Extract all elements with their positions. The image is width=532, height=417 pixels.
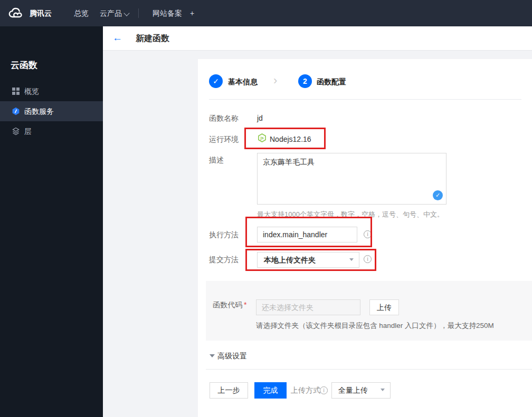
step1-check-icon: ✓: [209, 74, 223, 88]
description-label: 描述: [209, 156, 224, 165]
handler-input[interactable]: [257, 227, 357, 243]
folder-path-input: [256, 299, 360, 315]
sidebar-item-overview[interactable]: 概览: [0, 81, 103, 101]
add-nav-shortcut-button[interactable]: +: [190, 0, 194, 26]
back-arrow-icon[interactable]: ←: [112, 26, 122, 51]
tencent-cloud-console: 腾讯云 总览 云产品 网站备案 + 云函数 概览 函数服务: [0, 0, 532, 417]
handler-info-icon[interactable]: [364, 230, 372, 238]
divider: [209, 99, 521, 100]
form-card: [198, 59, 532, 417]
sidebar-item-label: 层: [24, 121, 32, 141]
function-name-value: jd: [257, 114, 263, 122]
divider: [206, 369, 532, 370]
upload-mode-select[interactable]: 全量上传: [331, 382, 391, 399]
nav-item-cloud-products[interactable]: 云产品: [100, 0, 122, 26]
topbar: 腾讯云 总览 云产品 网站备案 +: [0, 0, 532, 26]
function-code-panel: [206, 281, 532, 341]
sidebar-item-label: 概览: [24, 81, 39, 101]
finish-button[interactable]: 完成: [254, 382, 287, 399]
valid-check-icon: ✓: [433, 190, 443, 200]
upload-mode-value: 全量上传: [338, 383, 368, 398]
nav-item-beian[interactable]: 网站备案: [153, 0, 182, 26]
step1-label: 基本信息: [228, 77, 258, 87]
upload-button[interactable]: 上传: [369, 299, 399, 315]
previous-step-button[interactable]: 上一步: [210, 382, 248, 399]
nav-item-overview[interactable]: 总览: [74, 0, 89, 26]
svg-text:js: js: [260, 135, 263, 140]
description-hint: 最大支持1000个英文字母，数字，空格，逗号、句号、中文。: [257, 210, 444, 219]
function-code-label: 函数代码*: [213, 300, 246, 310]
sidebar-title: 云函数: [11, 59, 37, 71]
layers-icon: [12, 127, 20, 135]
sidebar-item-function-service[interactable]: 函数服务: [0, 101, 103, 121]
required-asterisk: *: [244, 300, 246, 309]
upload-mode-label: 上传方式: [291, 382, 320, 399]
runtime-label: 运行环境: [209, 135, 239, 144]
page-title: 新建函数: [136, 26, 169, 51]
step2-label: 函数配置: [317, 77, 346, 87]
step2-number-badge: 2: [298, 74, 312, 88]
runtime-value: Nodejs12.16: [270, 135, 311, 143]
submit-method-select[interactable]: 本地上传文件夹: [257, 252, 359, 268]
submit-method-value: 本地上传文件夹: [264, 253, 316, 267]
upload-mode-info-icon[interactable]: [320, 386, 328, 394]
step-separator-icon: ›: [273, 74, 277, 88]
brand-title[interactable]: 腾讯云: [30, 0, 52, 26]
triangle-down-icon: [210, 354, 215, 357]
grid-icon: [12, 87, 20, 95]
chevron-down-icon: [124, 10, 129, 16]
advanced-settings-toggle[interactable]: 高级设置: [217, 352, 247, 361]
topbar-divider: [138, 8, 139, 18]
description-textarea[interactable]: 京东薅羊毛工具: [257, 153, 446, 205]
caret-down-icon: [349, 258, 354, 261]
submit-method-label: 提交方法: [209, 255, 239, 265]
submit-method-info-icon[interactable]: [364, 255, 372, 263]
sidebar: 云函数 概览 函数服务 层: [0, 26, 103, 417]
function-code-hint: 请选择文件夹（该文件夹根目录应包含 handler 入口文件），最大支持250M: [256, 321, 494, 331]
sidebar-item-label: 函数服务: [24, 101, 54, 121]
function-name-label: 函数名称: [209, 114, 239, 123]
handler-label: 执行方法: [209, 230, 239, 240]
function-service-icon: [12, 107, 20, 115]
sidebar-item-layers[interactable]: 层: [0, 121, 103, 141]
caret-down-icon: [381, 389, 385, 391]
tencent-cloud-logo-icon[interactable]: [8, 7, 27, 20]
nodejs-icon: js: [258, 133, 267, 142]
